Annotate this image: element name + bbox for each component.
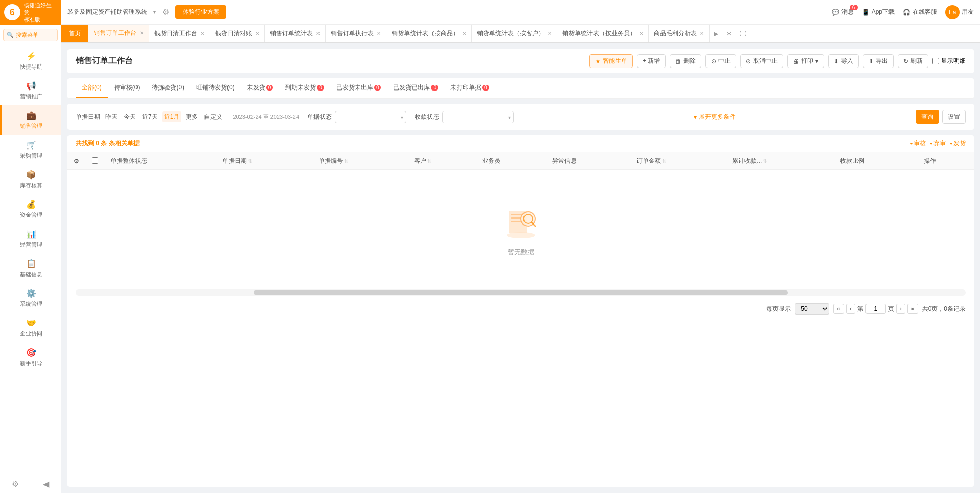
col-received[interactable]: 累计收款...⇅: [726, 152, 833, 170]
close-tab-sales-stat-icon[interactable]: ✕: [316, 31, 320, 36]
first-page-button[interactable]: «: [833, 304, 844, 314]
tab-sales-stat-staff[interactable]: 销货单统计表（按业务员） ✕: [557, 25, 649, 43]
sort-number-icon: ⇅: [344, 158, 348, 164]
sidebar-item-basic-info[interactable]: 📋 基础信息: [0, 254, 61, 283]
tab-sales-stat-product[interactable]: 销货单统计表（按商品） ✕: [386, 25, 472, 43]
sidebar-item-marketing[interactable]: 📢 营销推广: [0, 76, 61, 105]
col-amount[interactable]: 订单金额⇅: [630, 152, 726, 170]
industry-btn[interactable]: 体验行业方案: [175, 5, 226, 19]
online-service-button[interactable]: 🎧 在线客服: [903, 8, 937, 16]
purchase-icon: 🛒: [26, 140, 36, 150]
col-settings[interactable]: ⚙: [67, 152, 85, 170]
close-tab-cash-reconcile-icon[interactable]: ✕: [255, 31, 259, 36]
close-tab-sales-workbench-icon[interactable]: ✕: [140, 30, 144, 36]
sidebar-item-purchase[interactable]: 🛒 采购管理: [0, 135, 61, 165]
finance-icon: 💰: [26, 199, 36, 209]
filter-tab-pending-review[interactable]: 待审核(0): [108, 78, 146, 98]
app-download-button[interactable]: 📱 App下载: [862, 8, 895, 16]
date-option-today[interactable]: 今天: [122, 111, 138, 122]
import-button[interactable]: ⬇ 导入: [828, 54, 859, 68]
date-option-more[interactable]: 更多: [184, 111, 200, 122]
tab-cash-daily[interactable]: 钱货日清工作台 ✕: [149, 25, 210, 43]
review-action-button[interactable]: 审核: [910, 139, 926, 148]
date-option-custom[interactable]: 自定义: [202, 111, 224, 122]
system-dropdown-icon[interactable]: ▾: [153, 9, 156, 15]
tab-product-margin[interactable]: 商品毛利分析表 ✕: [649, 25, 710, 43]
close-tab-sales-exec-icon[interactable]: ✕: [377, 31, 381, 36]
filter-tab-shipped-not-out[interactable]: 已发货未出库0: [330, 78, 388, 98]
sidebar-item-enterprise[interactable]: 🤝 企业协同: [0, 313, 61, 343]
filter-tab-not-shipped[interactable]: 未发货0: [241, 78, 280, 98]
date-option-1month[interactable]: 近1月: [162, 111, 182, 122]
tab-sales-stat[interactable]: 销售订单统计表 ✕: [265, 25, 326, 43]
select-all-checkbox[interactable]: [92, 157, 98, 164]
close-tab-cash-daily-icon[interactable]: ✕: [200, 31, 204, 36]
page-size-label: 每页显示: [766, 305, 791, 313]
show-detail-checkbox[interactable]: 显示明细: [932, 57, 966, 65]
refresh-button[interactable]: ↻ 刷新: [898, 54, 928, 68]
message-button[interactable]: 💬 消息 6: [832, 8, 854, 16]
sidebar-item-inventory[interactable]: 📦 库存核算: [0, 165, 61, 194]
tab-close-all-button[interactable]: ✕: [722, 30, 736, 37]
tab-sales-workbench[interactable]: 销售订单工作台 ✕: [88, 25, 149, 43]
settings-bottom-button[interactable]: ⚙: [12, 479, 19, 489]
tab-scroll-right-button[interactable]: ▶: [710, 30, 722, 37]
cancel-review-action-button[interactable]: 弃审: [930, 139, 946, 148]
sidebar-item-sales[interactable]: 💼 销售管理: [0, 105, 61, 135]
sidebar-item-operations[interactable]: 📊 经营管理: [0, 224, 61, 254]
tab-home[interactable]: 首页: [61, 25, 88, 43]
smart-create-button[interactable]: ★ 智能生单: [589, 54, 633, 68]
filter-tab-wangpu-ship[interactable]: 旺铺待发货(0): [190, 78, 241, 98]
print-button[interactable]: 🖨 打印 ▾: [787, 54, 824, 68]
user-area[interactable]: Ea 用友: [945, 5, 974, 19]
search-menu-button[interactable]: 🔍 搜索菜单: [3, 29, 58, 41]
col-number[interactable]: 单据编号⇅: [312, 152, 408, 170]
last-page-button[interactable]: »: [907, 304, 918, 314]
gear-icon[interactable]: ⚙: [162, 7, 169, 17]
scrollbar-thumb[interactable]: [254, 290, 788, 295]
tab-sales-stat-customer[interactable]: 销货单统计表（按客户） ✕: [472, 25, 557, 43]
col-customer[interactable]: 客户⇅: [408, 152, 476, 170]
filter-tab-expired-not-shipped[interactable]: 到期未发货0: [279, 78, 330, 98]
payment-select[interactable]: [442, 111, 514, 123]
close-tab-sales-stat-staff-icon[interactable]: ✕: [639, 31, 643, 36]
date-option-7days[interactable]: 近7天: [140, 111, 160, 122]
collapse-sidebar-button[interactable]: ◀: [43, 479, 49, 489]
filter-tab-not-printed[interactable]: 未打印单据0: [444, 78, 495, 98]
prev-page-button[interactable]: ‹: [846, 304, 855, 314]
show-detail-input[interactable]: [932, 58, 939, 64]
sort-amount-icon: ⇅: [662, 158, 666, 164]
filter-tab-all[interactable]: 全部(0): [76, 78, 108, 98]
add-button[interactable]: + 新增: [637, 54, 666, 68]
close-tab-sales-stat-customer-icon[interactable]: ✕: [548, 31, 552, 36]
query-button[interactable]: 查询: [916, 110, 939, 124]
page-input[interactable]: [865, 304, 886, 314]
cancel-suspend-button[interactable]: ⊘ 取消中止: [740, 54, 783, 68]
sidebar-item-guide[interactable]: 🎯 新手引导: [0, 343, 61, 372]
main-area: 装备及固定资产辅助管理系统 ▾ ⚙ 体验行业方案 💬 消息 6 📱 App下载 …: [61, 0, 980, 493]
horizontal-scrollbar[interactable]: [76, 289, 966, 296]
marketing-icon: 📢: [26, 81, 36, 91]
date-option-yesterday[interactable]: 昨天: [103, 111, 120, 122]
delete-button[interactable]: 🗑 删除: [670, 54, 701, 68]
sidebar-item-system[interactable]: ⚙️ 系统管理: [0, 283, 61, 313]
ship-action-button[interactable]: 发货: [950, 139, 966, 148]
close-tab-product-margin-icon[interactable]: ✕: [700, 31, 704, 36]
status-select[interactable]: [335, 111, 406, 123]
suspend-button[interactable]: ⊙ 中止: [705, 54, 736, 68]
setting-button[interactable]: 设置: [942, 110, 966, 124]
expand-conditions-button[interactable]: ▾ 展开更多条件: [694, 113, 736, 121]
page-size-select[interactable]: 50 100: [795, 303, 829, 315]
tab-sales-exec[interactable]: 销售订单执行表 ✕: [326, 25, 386, 43]
sidebar-item-finance[interactable]: 💰 资金管理: [0, 194, 61, 224]
close-tab-sales-stat-product-icon[interactable]: ✕: [462, 31, 466, 36]
tab-cash-reconcile[interactable]: 钱货日清对账 ✕: [210, 25, 265, 43]
filter-tab-shipped-out[interactable]: 已发货已出库0: [387, 78, 444, 98]
next-page-button[interactable]: ›: [896, 304, 905, 314]
filter-tab-pending-inspection[interactable]: 待拣验货(0): [146, 78, 190, 98]
sidebar-item-quick-nav[interactable]: ⚡ 快捷导航: [0, 46, 61, 76]
export-button[interactable]: ⬆ 导出: [863, 54, 894, 68]
tab-fullscreen-button[interactable]: ⛶: [736, 30, 750, 37]
table-toolbar: 共找到 0 条 条相关单据 审核 弃审 发货: [67, 135, 974, 152]
col-date[interactable]: 单据日期⇅: [216, 152, 312, 170]
